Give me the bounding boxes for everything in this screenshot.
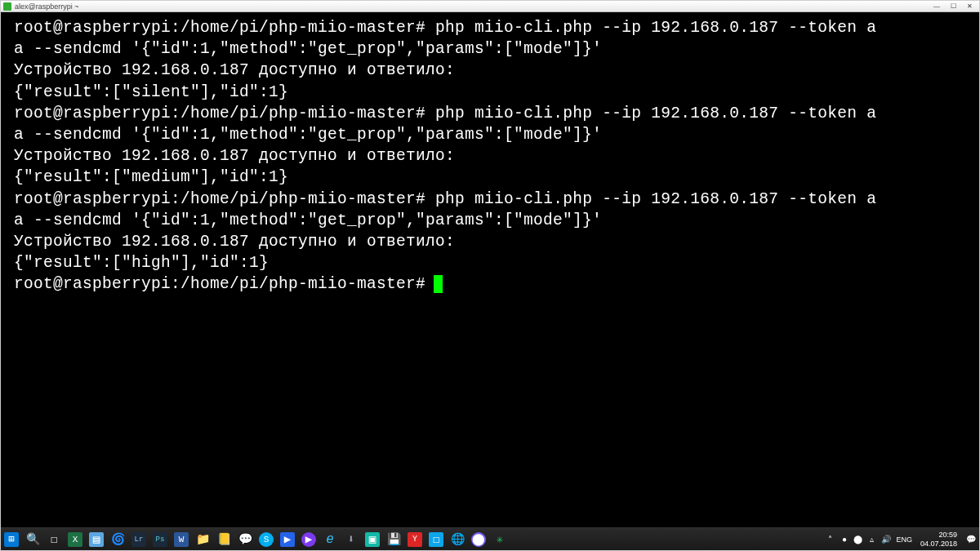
prompt: root@raspberrypi:/home/pi/php-miio-maste… (14, 190, 425, 208)
start-button[interactable]: ⊞ (4, 532, 19, 547)
photoshop-icon[interactable]: Ps (153, 532, 167, 547)
viber-icon[interactable]: ⬤ (471, 532, 486, 547)
notification-icon[interactable]: 💬 (965, 534, 976, 544)
notes-icon[interactable]: 📒 (216, 532, 231, 547)
app-icon[interactable]: ☐ (429, 532, 443, 547)
app-icon[interactable]: 🌀 (110, 532, 125, 547)
taskbar[interactable]: ⊞ 🔍 ☐ X ▤ 🌀 Lr Ps W 📁 📒 💬 S ▶ ▶ e ⬇ ▣ 💾 … (1, 527, 979, 550)
output-line: {"result":["medium"],"id":1} (14, 167, 966, 188)
tray-chevron-icon[interactable]: ˄ (825, 534, 835, 544)
explorer-icon[interactable]: 📁 (195, 532, 210, 547)
taskview-icon[interactable]: ☐ (47, 532, 61, 547)
notepad-icon[interactable]: ▤ (89, 532, 104, 547)
taskbar-apps: ⊞ 🔍 ☐ X ▤ 🌀 Lr Ps W 📁 📒 💬 S ▶ ▶ e ⬇ ▣ 💾 … (4, 532, 507, 547)
download-icon[interactable]: ⬇ (344, 532, 359, 547)
chat-icon[interactable]: 💬 (238, 532, 252, 547)
output-line: Устройство 192.168.0.187 доступно и отве… (14, 60, 966, 81)
minimize-button[interactable]: — (929, 2, 944, 11)
date-text: 04.07.2018 (920, 540, 957, 549)
lightroom-icon[interactable]: Lr (131, 532, 146, 547)
prompt: root@raspberrypi:/home/pi/php-miio-maste… (14, 19, 425, 37)
prompt: root@raspberrypi:/home/pi/php-miio-maste… (14, 275, 425, 293)
app-icon[interactable]: ▶ (280, 532, 295, 547)
word-icon[interactable]: W (174, 532, 189, 547)
output-line: {"result":["silent"],"id":1} (14, 82, 966, 103)
terminal-output[interactable]: root@raspberrypi:/home/pi/php-miio-maste… (1, 12, 979, 527)
output-line: {"result":["high"],"id":1} (14, 252, 966, 273)
prompt: root@raspberrypi:/home/pi/php-miio-maste… (14, 104, 425, 122)
ie-icon[interactable]: e (323, 532, 337, 547)
titlebar[interactable]: alex@raspberrypi ~ — ☐ ✕ (1, 1, 979, 12)
app-icon[interactable]: ✳ (492, 532, 507, 547)
skype-icon[interactable]: S (259, 532, 274, 547)
output-line: Устройство 192.168.0.187 доступно и отве… (14, 231, 966, 252)
system-tray: ˄ ● ⬤ ▵ 🔊 ENG 20:59 04.07.2018 💬 (825, 531, 976, 549)
tray-icon[interactable]: ● (839, 534, 849, 544)
excel-icon[interactable]: X (68, 532, 82, 547)
clock[interactable]: 20:59 04.07.2018 (917, 531, 960, 549)
tray-icon[interactable]: ⬤ (853, 534, 863, 544)
ssh-window: alex@raspberrypi ~ — ☐ ✕ root@raspberryp… (0, 0, 980, 551)
output-line: Устройство 192.168.0.187 доступно и отве… (14, 145, 966, 167)
volume-icon[interactable]: 🔊 (880, 534, 891, 544)
chrome-icon[interactable]: 🌐 (450, 532, 465, 547)
cursor (434, 275, 443, 293)
language-indicator[interactable]: ENG (896, 535, 912, 544)
maximize-button[interactable]: ☐ (946, 2, 960, 11)
save-icon[interactable]: 💾 (386, 532, 401, 547)
media-icon[interactable]: ▶ (301, 532, 316, 547)
search-icon[interactable]: 🔍 (25, 532, 40, 547)
time-text: 20:59 (920, 531, 957, 540)
app-icon[interactable]: Y (408, 532, 422, 547)
close-button[interactable]: ✕ (962, 2, 977, 11)
window-title: alex@raspberrypi ~ (15, 2, 78, 11)
network-icon[interactable]: ▵ (866, 534, 877, 544)
app-icon[interactable]: ▣ (365, 532, 380, 547)
putty-icon (3, 2, 11, 11)
